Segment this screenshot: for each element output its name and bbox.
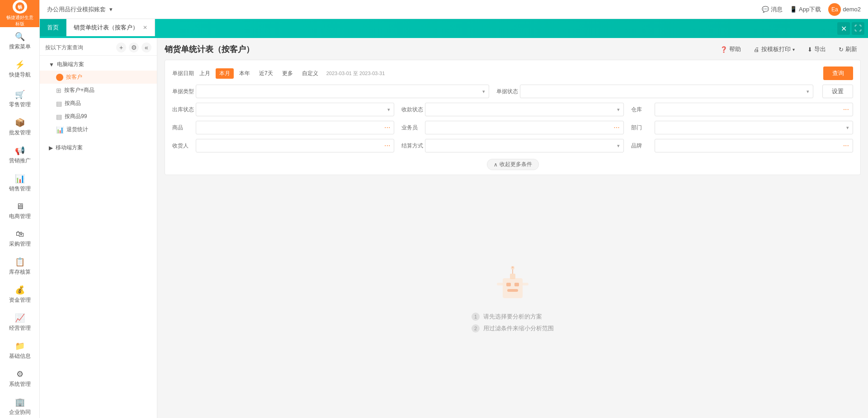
tab-close-action[interactable]: ✕ xyxy=(837,22,850,35)
collapse-row: ∧ 收起更多条件 xyxy=(172,157,853,170)
sidebar-item-purchase-mgmt[interactable]: 🛍 采购管理 xyxy=(0,225,39,252)
goods-field: 商品 ··· xyxy=(172,121,394,134)
add-scheme-btn[interactable]: + xyxy=(116,43,126,52)
header-right-actions: 💬 消息 📱 App下载 Ea demo2 xyxy=(762,3,861,16)
template-print-btn[interactable]: 🖨 按模板打印 ▾ xyxy=(750,43,798,55)
collapse-panel-btn[interactable]: « xyxy=(142,43,151,52)
receipt-status-control[interactable]: ▾ xyxy=(425,103,623,116)
sidebar-item-search-menu[interactable]: 🔍 搜索菜单 xyxy=(0,27,39,55)
sidebar-item-label: 零售管理 xyxy=(9,101,31,109)
warehouse-control[interactable]: ··· xyxy=(655,103,853,116)
print-icon: 🖨 xyxy=(754,46,760,53)
recipient-dots: ··· xyxy=(384,142,390,150)
date-btn-more[interactable]: 更多 xyxy=(278,68,297,79)
app-download-btn[interactable]: 📱 App下载 xyxy=(790,5,821,14)
scheme-item-by-customer[interactable]: 按客户 xyxy=(40,71,157,84)
sidebar-item-label: 电商管理 xyxy=(9,213,31,220)
desktop-group-header[interactable]: ▼ 电脑端方案 xyxy=(40,58,157,71)
date-btn-this-year[interactable]: 本年 xyxy=(236,68,254,79)
salesperson-control[interactable]: ··· xyxy=(425,121,623,134)
user-profile-btn[interactable]: Ea demo2 xyxy=(828,3,861,16)
empty-num-2: 2 xyxy=(472,324,480,332)
settings-scheme-btn[interactable]: ⚙ xyxy=(129,43,139,52)
doc-type-control[interactable]: ▾ xyxy=(196,85,489,98)
mobile-group-header[interactable]: ▶ 移动端方案 xyxy=(40,142,157,154)
sidebar-item-label: 营销推广 xyxy=(9,157,31,165)
doc-type-chevron: ▾ xyxy=(482,89,485,95)
filter-row-2: 出库状态 ▾ 收款状态 ▾ xyxy=(172,103,853,116)
sidebar-item-quick-nav[interactable]: ⚡ 快捷导航 xyxy=(0,55,39,83)
date-btn-7days[interactable]: 近7天 xyxy=(255,68,277,79)
salesperson-label: 业务员 xyxy=(401,124,425,132)
date-btn-this-month[interactable]: 本月 xyxy=(216,68,234,79)
message-btn[interactable]: 💬 消息 xyxy=(762,5,783,14)
receipt-status-chevron: ▾ xyxy=(617,107,620,113)
settlement-control[interactable]: ▾ xyxy=(425,139,623,152)
goods-label: 商品 xyxy=(172,124,196,132)
tab-maximize-action[interactable]: ⛶ xyxy=(852,22,864,35)
goods-control[interactable]: ··· xyxy=(196,121,394,134)
empty-state: 1 请先选择要分析的方案 2 用过滤条件来缩小分析范围 xyxy=(165,180,861,413)
recipient-control[interactable]: ··· xyxy=(196,139,394,152)
sidebar-item-basic-info[interactable]: 📁 基础信息 xyxy=(0,337,39,365)
sidebar: 畅 畅捷通好生意 标版 🔍 搜索菜单 ⚡ 快捷导航 🛒 零售管理 📦 批发管理 … xyxy=(0,0,40,418)
tab-home[interactable]: 首页 xyxy=(40,19,66,36)
sidebar-item-label: 系统管理 xyxy=(9,380,31,388)
out-status-label: 出库状态 xyxy=(172,106,196,114)
doc-status-control[interactable]: ▾ xyxy=(520,85,813,98)
export-btn[interactable]: ⬇ 导出 xyxy=(804,43,830,55)
sales-icon: 📊 xyxy=(15,174,25,184)
brand-dots: ··· xyxy=(843,142,849,150)
sidebar-item-label: 企业协同 xyxy=(9,408,31,416)
help-icon: ❓ xyxy=(720,46,727,53)
sidebar-item-inventory[interactable]: 📋 库存核算 xyxy=(0,252,39,280)
sidebar-item-retail-mgmt[interactable]: 🛒 零售管理 xyxy=(0,85,39,113)
collapse-btn[interactable]: ∧ 收起更多条件 xyxy=(487,159,539,170)
collapse-label: 收起更多条件 xyxy=(500,161,532,168)
enterprise-icon: 🏢 xyxy=(15,397,25,407)
sidebar-item-ecom-mgmt[interactable]: 🖥 电商管理 xyxy=(0,197,39,225)
sidebar-item-operations[interactable]: 📈 经营管理 xyxy=(0,309,39,337)
sidebar-item-marketing[interactable]: 📢 营销推广 xyxy=(0,141,39,169)
sidebar-item-label: 经营管理 xyxy=(9,324,31,332)
query-btn[interactable]: 查询 xyxy=(823,66,853,80)
brand-label: 品牌 xyxy=(631,142,655,150)
scheme-item-by-goods99[interactable]: ▤ 按商品99 xyxy=(40,110,157,123)
sidebar-item-finance[interactable]: 💰 资金管理 xyxy=(0,280,39,309)
print-chevron-icon: ▾ xyxy=(793,47,795,52)
settings-btn[interactable]: 设置 xyxy=(822,85,853,98)
date-btn-custom[interactable]: 自定义 xyxy=(298,68,322,79)
date-btn-last-month[interactable]: 上月 xyxy=(196,68,214,79)
warehouse-label: 仓库 xyxy=(631,106,655,114)
scheme-item-by-customer-goods[interactable]: ⊞ 按客户+商品 xyxy=(40,84,157,97)
help-btn[interactable]: ❓ 帮助 xyxy=(717,43,745,55)
date-buttons: 上月 本月 本年 近7天 更多 自定义 2023-03-01 至 2023-03… xyxy=(196,68,385,79)
svg-rect-4 xyxy=(514,283,519,286)
salesperson-dots: ··· xyxy=(613,124,619,132)
dept-control[interactable]: ▾ xyxy=(655,121,853,134)
brand-control[interactable]: ··· xyxy=(655,139,853,152)
sidebar-item-enterprise[interactable]: 🏢 企业协同 xyxy=(0,393,39,418)
app-download-icon: 📱 xyxy=(790,6,797,13)
filter-area: 单据日期 上月 本月 本年 近7天 更多 自定义 2023-03-01 至 20… xyxy=(165,60,861,175)
settlement-field: 结算方式 ▾ xyxy=(401,139,623,152)
out-status-control[interactable]: ▾ xyxy=(196,103,394,116)
refresh-btn[interactable]: ↻ 刷新 xyxy=(835,43,861,55)
date-range-text: 2023-03-01 至 2023-03-31 xyxy=(326,70,385,77)
mobile-scheme-group: ▶ 移动端方案 xyxy=(40,139,157,157)
doc-status-chevron: ▾ xyxy=(807,89,809,95)
ecom-icon: 🖥 xyxy=(16,202,24,211)
tab-close-btn[interactable]: ✕ xyxy=(143,24,147,31)
empty-num-1: 1 xyxy=(472,313,480,321)
sidebar-item-sys-mgmt[interactable]: ⚙ 系统管理 xyxy=(0,365,39,393)
table-icon: ▤ xyxy=(56,100,62,107)
empty-text: 1 请先选择要分析的方案 2 用过滤条件来缩小分析范围 xyxy=(472,313,554,332)
user-avatar: Ea xyxy=(828,3,841,16)
goods-dots: ··· xyxy=(384,124,390,132)
scheme-item-return-stat[interactable]: 📊 退货统计 xyxy=(40,123,157,136)
sidebar-item-wholesale-mgmt[interactable]: 📦 批发管理 xyxy=(0,113,39,141)
sidebar-item-sales-mgmt[interactable]: 📊 销售管理 xyxy=(0,169,39,197)
tab-sales-stat[interactable]: 销货单统计表（按客户） ✕ xyxy=(66,19,155,36)
table2-icon: ▤ xyxy=(56,113,62,120)
scheme-item-by-goods[interactable]: ▤ 按商品 xyxy=(40,97,157,110)
